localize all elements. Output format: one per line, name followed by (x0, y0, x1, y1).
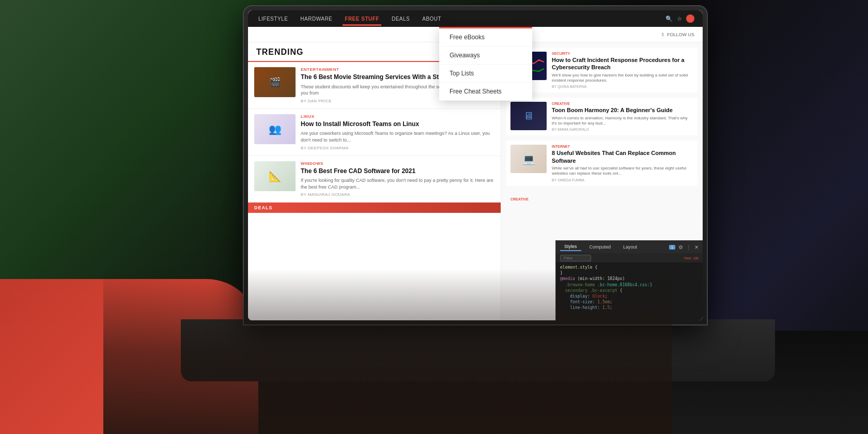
follow-us-section: ⇪ FOLLOW US (661, 32, 694, 37)
internet-title: 8 Useful Websites That Can Replace Commo… (552, 149, 693, 164)
follow-us-label: FOLLOW US (667, 32, 694, 37)
article-2-meta: LINUX How to Install Microsoft Teams on … (301, 114, 494, 150)
internet-category: INTERNET (552, 145, 693, 148)
dropdown-giveaways[interactable]: Giveaways (439, 47, 532, 65)
search-icon[interactable]: 🔍 (665, 16, 673, 22)
dropdown-top-lists[interactable]: Top Lists (439, 65, 532, 83)
code-line-3: @media (min-width: 1024px) (560, 276, 699, 282)
devtools-toolbar: :hov .cls (556, 253, 703, 262)
devtools-code-panel: element.style { } @media (min-width: 102… (556, 262, 703, 320)
creative-category-bottom: CREATIVE (506, 191, 698, 205)
nav-links: LIFESTYLE HARDWARE FREE STUFF DEALS ABOU… (256, 16, 443, 22)
article-1-thumbnail: 🎬 (254, 67, 296, 97)
movie-thumb-image: 🎬 (254, 67, 296, 97)
laptop-frame: LIFESTYLE HARDWARE FREE STUFF DEALS ABOU… (243, 5, 708, 326)
internet-article-meta: INTERNET 8 Useful Websites That Can Repl… (552, 145, 693, 181)
article-2-author: BY DEEPESH SHARMA (301, 146, 494, 150)
security-article-meta: SECURITY How to Craft Incident Response … (552, 52, 693, 88)
article-2-title: How to Install Microsoft Teams on Linux (301, 120, 494, 129)
right-article-security[interactable]: SECURITY How to Craft Incident Response … (506, 48, 698, 92)
code-line-4: .browse-home .bc-home.8168bc4.css:1 (560, 282, 699, 288)
right-article-internet[interactable]: 💻 INTERNET 8 Useful Websites That Can Re… (506, 141, 698, 185)
deals-label: DEALS (254, 205, 273, 210)
article-3-author: BY MANUIRAJ GODARA (301, 192, 494, 197)
devtools-panel: Styles Computed Layout 1 ⚙ ⋮ ✕ :hov .cls (555, 240, 703, 320)
nav-right-icons: 🔍 ☆ (665, 14, 694, 23)
creative-title: Toon Boom Harmony 20: A Beginner's Guide (552, 106, 693, 114)
article-3-meta: WINDOWS The 6 Best Free CAD Software for… (301, 161, 494, 197)
internet-thumbnail: 💻 (510, 145, 547, 173)
security-title: How to Craft Incident Response Procedure… (552, 56, 693, 71)
internet-author: BY OMEGA FUMBA (552, 178, 693, 182)
code-line-6: display: block; (560, 293, 699, 299)
devtools-pseudo-label[interactable]: :hov .cls (684, 256, 699, 260)
article-3-title: The 6 Best Free CAD Software for 2021 (301, 167, 494, 176)
security-category: SECURITY (552, 52, 693, 55)
code-line-2: } (560, 270, 699, 276)
devtools-badge: 1 (669, 245, 675, 250)
creative-thumb-image: 🖥 (510, 102, 547, 130)
trending-article-2[interactable]: 👥 LINUX How to Install Microsoft Teams o… (248, 109, 501, 156)
deals-bar[interactable]: DEALS (248, 203, 501, 213)
internet-excerpt: While we've all had to use specialist so… (552, 166, 693, 177)
trending-article-3[interactable]: 📐 WINDOWS The 6 Best Free CAD Software f… (248, 156, 501, 203)
website-content: LIFESTYLE HARDWARE FREE STUFF DEALS ABOU… (248, 10, 703, 320)
devtools-more-icon[interactable]: ⋮ (686, 244, 691, 250)
article-3-excerpt: If you're looking for quality CAD softwa… (301, 177, 494, 190)
teams-thumb-image: 👥 (254, 114, 296, 144)
right-article-creative[interactable]: 🖥 CREATIVE Toon Boom Harmony 20: A Begin… (506, 98, 698, 135)
dropdown-free-ebooks[interactable]: Free eBooks (439, 28, 532, 47)
security-author: BY QUINA BATERNA (552, 85, 693, 88)
share-icon: ⇪ (661, 32, 665, 37)
devtools-tab-layout[interactable]: Layout (619, 243, 641, 251)
article-3-category: WINDOWS (301, 161, 494, 166)
creative-excerpt: When it comes to animation, Harmony is t… (552, 116, 693, 127)
article-3-thumbnail: 📐 (254, 161, 296, 191)
article-2-category: LINUX (301, 114, 494, 119)
code-line-7: font-size: 1.5em; (560, 299, 699, 305)
free-stuff-dropdown: Free eBooks Giveaways Top Lists Free Che… (439, 27, 532, 101)
code-line-1: element.style { (560, 265, 699, 270)
creative-category: CREATIVE (552, 102, 693, 105)
nav-hardware[interactable]: HARDWARE (298, 16, 334, 22)
creative-thumbnail: 🖥 (510, 102, 547, 130)
cad-thumb-image: 📐 (254, 161, 296, 191)
article-2-excerpt: Are your coworkers using Microsoft Teams… (301, 130, 494, 143)
article-2-thumbnail: 👥 (254, 114, 296, 144)
nav-deals[interactable]: DEALS (390, 16, 412, 22)
trending-title: TRENDING (256, 48, 304, 56)
laptop-base (181, 319, 775, 381)
devtools-settings-icon[interactable]: ⚙ (678, 244, 683, 250)
nav-lifestyle[interactable]: LIFESTYLE (256, 16, 290, 22)
security-excerpt: We'll show you how to give hackers the b… (552, 73, 693, 84)
nav-free-stuff[interactable]: FREE STUFF (343, 16, 381, 22)
creative-author: BY EMMA GAROFALO (552, 128, 693, 131)
devtools-tabs: Styles Computed Layout 1 ⚙ ⋮ ✕ (556, 241, 703, 253)
devtools-filter-input[interactable] (560, 255, 591, 261)
bookmark-icon[interactable]: ☆ (677, 16, 682, 22)
creative-article-meta: CREATIVE Toon Boom Harmony 20: A Beginne… (552, 102, 693, 131)
nav-about[interactable]: ABOUT (420, 16, 443, 22)
user-avatar[interactable] (686, 14, 694, 23)
devtools-close-icon[interactable]: ✕ (694, 244, 699, 250)
devtools-tab-styles[interactable]: Styles (560, 243, 581, 251)
laptop-screen: LIFESTYLE HARDWARE FREE STUFF DEALS ABOU… (248, 10, 703, 320)
code-line-8: line-height: 1.5; (560, 305, 699, 311)
devtools-tab-computed[interactable]: Computed (585, 243, 615, 251)
dropdown-free-cheat-sheets[interactable]: Free Cheat Sheets (439, 83, 532, 101)
top-navigation: LIFESTYLE HARDWARE FREE STUFF DEALS ABOU… (248, 10, 703, 27)
code-line-5: secondary .bc-excerpt { (560, 288, 699, 293)
internet-thumb-image: 💻 (510, 145, 547, 173)
